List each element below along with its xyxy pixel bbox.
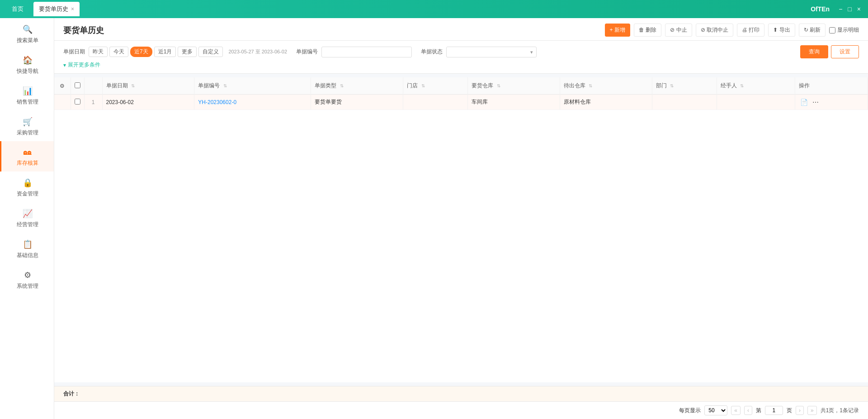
table-area: ⚙ 单据日期 ⇅ 单据编号 ⇅ <box>54 77 868 382</box>
date-btn-yesterday[interactable]: 昨天 <box>89 47 108 57</box>
row-doc-no[interactable]: YH-20230602-0 <box>194 95 311 110</box>
table-row: 1 2023-06-02 YH-20230602-0 要货单要货 车间库 原材料… <box>54 95 868 110</box>
col-operation-label: 操作 <box>799 82 810 89</box>
col-doc-type: 单据类型 ⇅ <box>311 77 403 95</box>
settings-button[interactable]: 设置 <box>831 45 859 58</box>
col-doc-type-label: 单据类型 <box>315 82 336 89</box>
refresh-button[interactable]: ↻ 刷新 <box>799 24 826 37</box>
tab-home[interactable]: 首页 <box>4 0 32 18</box>
window-minimize-button[interactable]: − <box>839 5 842 13</box>
doc-status-label: 单据状态 <box>421 48 443 56</box>
doc-no-input[interactable] <box>321 47 412 57</box>
col-handler-label: 经手人 <box>721 82 737 89</box>
sidebar-item-system-label: 系统管理 <box>17 282 38 290</box>
stop-button[interactable]: ⊘ 中止 <box>665 24 692 37</box>
row-checkbox[interactable] <box>75 99 80 105</box>
page-number-input[interactable] <box>765 406 783 415</box>
page-unit: 页 <box>787 407 792 414</box>
per-page-select[interactable]: 10 20 50 100 <box>704 405 727 415</box>
sort-pending-warehouse-icon[interactable]: ⇅ <box>589 83 592 88</box>
date-btn-7days[interactable]: 近7天 <box>130 47 152 57</box>
row-req-warehouse: 车间库 <box>468 95 560 110</box>
date-filter-group: 单据日期 昨天 今天 近7天 近1月 更多 自定义 2023-05-27 至 2… <box>63 47 287 57</box>
col-settings[interactable]: ⚙ <box>54 77 71 95</box>
expand-more-icon: ▾ <box>63 62 66 68</box>
data-table: ⚙ 单据日期 ⇅ 单据编号 ⇅ <box>54 77 868 110</box>
sort-handler-icon[interactable]: ⇅ <box>740 83 744 88</box>
print-button[interactable]: 🖨 打印 <box>737 24 764 37</box>
page-title: 要货单历史 <box>63 25 104 36</box>
col-num <box>84 77 102 95</box>
date-btn-more[interactable]: 更多 <box>178 47 197 57</box>
filter-row-1: 单据日期 昨天 今天 近7天 近1月 更多 自定义 2023-05-27 至 2… <box>63 45 859 58</box>
sidebar-item-nav-label: 快捷导航 <box>17 67 38 75</box>
window-maximize-button[interactable]: □ <box>848 5 851 13</box>
row-more-icon[interactable]: ⋯ <box>812 99 819 106</box>
sidebar-item-basic[interactable]: 📋 基础信息 <box>0 233 54 264</box>
window-close-button[interactable]: × <box>857 5 861 13</box>
inventory-icon: 🏘 <box>24 148 32 157</box>
col-pending-warehouse: 待出仓库 ⇅ <box>560 77 652 95</box>
summary-label: 合计： <box>63 390 80 398</box>
col-store-label: 门店 <box>407 82 418 89</box>
query-button[interactable]: 查询 <box>800 45 828 58</box>
purchase-icon: 🛒 <box>23 117 33 127</box>
doc-status-select[interactable] <box>446 47 537 57</box>
export-button[interactable]: ⬆ 导出 <box>768 24 795 37</box>
sidebar-item-purchase[interactable]: 🛒 采购管理 <box>0 110 54 141</box>
total-info: 共1页，1条记录 <box>821 407 859 414</box>
action-buttons: 查询 设置 <box>800 45 859 58</box>
show-detail-checkbox[interactable] <box>829 27 835 33</box>
prev-page-button[interactable]: ‹ <box>744 406 752 415</box>
sort-doc-no-icon[interactable]: ⇅ <box>223 83 227 88</box>
row-department <box>652 95 717 110</box>
show-detail-toggle[interactable]: 显示明细 <box>829 26 859 34</box>
expand-more-btn[interactable]: ▾ 展开更多条件 <box>63 61 859 69</box>
sidebar-item-system[interactable]: ⚙ 系统管理 <box>0 264 54 295</box>
sidebar-item-sales[interactable]: 📊 销售管理 <box>0 80 54 110</box>
sidebar-item-nav[interactable]: 🏠 快捷导航 <box>0 49 54 80</box>
per-page-label: 每页显示 <box>679 407 701 414</box>
col-req-warehouse: 要货仓库 ⇅ <box>468 77 560 95</box>
doc-no-link[interactable]: YH-20230602-0 <box>198 99 236 105</box>
row-store <box>403 95 468 110</box>
date-btn-1month[interactable]: 近1月 <box>154 47 176 57</box>
col-department-label: 部门 <box>656 82 667 89</box>
col-department: 部门 ⇅ <box>652 77 717 95</box>
sort-doc-date-icon[interactable]: ⇅ <box>131 83 135 88</box>
cancel-stop-button[interactable]: ⊘ 取消中止 <box>696 24 733 37</box>
last-page-button[interactable]: » <box>807 406 817 415</box>
content-area: 要货单历史 + 新增 🗑 删除 ⊘ 中止 ⊘ 取消中止 🖨 打印 ⬆ 导出 ↻ … <box>54 18 868 419</box>
date-btn-custom[interactable]: 自定义 <box>198 47 223 57</box>
brand-label: OfTEn <box>811 5 833 13</box>
sidebar-item-finance[interactable]: 🔒 资金管理 <box>0 171 54 202</box>
col-operation: 操作 <box>795 77 868 95</box>
home-icon: 🏠 <box>23 55 33 65</box>
sidebar-item-inventory-label: 库存核算 <box>17 159 38 167</box>
date-btn-today[interactable]: 今天 <box>109 47 128 57</box>
tab-history[interactable]: 要货单历史 × <box>33 2 80 16</box>
next-page-button[interactable]: › <box>796 406 804 415</box>
col-checkbox[interactable] <box>71 77 84 95</box>
new-button[interactable]: + 新增 <box>605 24 630 37</box>
tab-close-icon[interactable]: × <box>71 6 74 12</box>
row-checkbox-cell[interactable] <box>71 95 84 110</box>
sidebar-item-search-label: 搜索菜单 <box>17 37 38 44</box>
row-view-icon[interactable]: 📄 <box>800 99 808 106</box>
sort-department-icon[interactable]: ⇅ <box>670 83 674 88</box>
sidebar-item-operation[interactable]: 📈 经营管理 <box>0 202 54 233</box>
system-icon: ⚙ <box>24 270 31 280</box>
sort-req-warehouse-icon[interactable]: ⇅ <box>497 83 500 88</box>
sort-doc-type-icon[interactable]: ⇅ <box>340 83 344 88</box>
date-range-text: 2023-05-27 至 2023-06-02 <box>228 48 287 55</box>
col-handler: 经手人 ⇅ <box>717 77 795 95</box>
sort-store-icon[interactable]: ⇅ <box>421 83 425 88</box>
select-all-checkbox[interactable] <box>75 82 80 88</box>
sidebar-item-search[interactable]: 🔍 搜索菜单 <box>0 18 54 49</box>
delete-button[interactable]: 🗑 删除 <box>634 24 661 37</box>
table-header-row: ⚙ 单据日期 ⇅ 单据编号 ⇅ <box>54 77 868 95</box>
tab-list: 首页 要货单历史 × <box>4 0 811 18</box>
col-doc-no: 单据编号 ⇅ <box>194 77 311 95</box>
sidebar-item-inventory[interactable]: 🏘 库存核算 <box>0 141 54 171</box>
first-page-button[interactable]: « <box>731 406 741 415</box>
